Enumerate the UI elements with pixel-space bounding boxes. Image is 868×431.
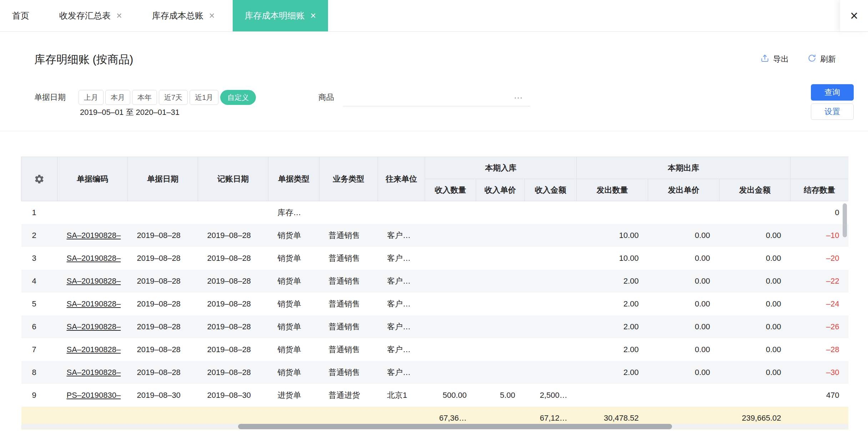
query-button[interactable]: 查询: [811, 84, 854, 101]
doc-code-link[interactable]: SA–20190828–: [67, 254, 121, 263]
quick-range-1[interactable]: 上月: [79, 90, 104, 105]
quick-range-4[interactable]: 近7天: [159, 90, 188, 105]
more-options-icon[interactable]: …: [514, 90, 524, 101]
cell-in-qty: [425, 361, 476, 384]
doc-code-link[interactable]: SA–20190828–: [67, 322, 121, 331]
cell-in-amount: [525, 293, 577, 315]
cell-doc-date: 2019–08–28: [128, 338, 198, 361]
cell-out-amount: 0.00: [720, 224, 791, 247]
tab-list: 首页收发存汇总表×库存成本总账×库存成本明细账×: [0, 0, 328, 31]
doc-code-link[interactable]: SA–20190828–: [67, 277, 121, 285]
cell-in-price: 5.00: [476, 384, 525, 407]
col-header-in-amount[interactable]: 收入金额: [525, 179, 577, 201]
cell-out-qty: [577, 201, 648, 224]
doc-code-link[interactable]: PS–20190830–: [67, 391, 121, 400]
table-row[interactable]: 6SA–20190828–2019–08–282019–08–28销货单普通销售…: [21, 315, 849, 338]
column-settings-button[interactable]: [21, 157, 57, 201]
cell-partner: 客户…: [378, 361, 425, 384]
tab-1[interactable]: 首页: [0, 0, 41, 31]
table-row[interactable]: 5SA–20190828–2019–08–282019–08–28销货单普通销售…: [21, 293, 849, 315]
cell-partner: 客户…: [378, 315, 425, 338]
vertical-scrollbar[interactable]: [843, 203, 847, 237]
cell-doc-type: 库存…: [268, 201, 319, 224]
tab-2[interactable]: 收发存汇总表×: [47, 0, 134, 31]
quick-range-3[interactable]: 本年: [132, 90, 157, 105]
horizontal-scrollbar[interactable]: [238, 424, 672, 429]
doc-code-link[interactable]: SA–20190828–: [67, 231, 121, 240]
tab-3[interactable]: 库存成本总账×: [140, 0, 227, 31]
cell-posting-date: 2019–08–28: [198, 315, 268, 338]
col-header-doc-type[interactable]: 单据类型: [268, 157, 319, 201]
tab-close-icon[interactable]: ×: [311, 11, 316, 21]
cell-out-qty: 2.00: [577, 315, 648, 338]
tab-close-icon[interactable]: ×: [116, 11, 122, 21]
cell-no: 2: [21, 224, 57, 247]
col-header-balance-qty[interactable]: 结存数量: [791, 179, 848, 201]
table-row[interactable]: 3SA–20190828–2019–08–282019–08–28销货单普通销售…: [21, 247, 849, 270]
refresh-button[interactable]: 刷新: [807, 54, 836, 65]
col-header-posting-date[interactable]: 记账日期: [198, 157, 268, 201]
tab-label: 首页: [12, 10, 29, 21]
table-row[interactable]: 4SA–20190828–2019–08–282019–08–28销货单普通销售…: [21, 270, 849, 293]
doc-code-link[interactable]: SA–20190828–: [67, 299, 121, 308]
cell-biz-type: 普通销售: [319, 338, 378, 361]
table-row[interactable]: 7SA–20190828–2019–08–282019–08–28销货单普通销售…: [21, 338, 849, 361]
cell-no: 1: [21, 201, 57, 224]
export-button[interactable]: 导出: [760, 54, 789, 65]
custom-range-button[interactable]: 自定义: [220, 90, 256, 105]
gear-icon: [34, 174, 45, 183]
col-header-partner[interactable]: 往来单位: [378, 157, 425, 201]
settings-button[interactable]: 设置: [811, 103, 854, 120]
table-row[interactable]: 9PS–20190830–2019–08–302019–08–30进货单普通进货…: [21, 384, 849, 407]
cell-posting-date: 2019–08–28: [198, 247, 268, 270]
cell-balance-qty: –28: [791, 338, 848, 361]
table-row[interactable]: 8SA–20190828–2019–08–282019–08–28销货单普通销售…: [21, 361, 849, 384]
table-row[interactable]: 2SA–20190828–2019–08–282019–08–28销货单普通销售…: [21, 224, 849, 247]
refresh-icon: [807, 54, 817, 65]
quick-range-5[interactable]: 近1月: [190, 90, 218, 105]
cell-in-qty: [425, 224, 476, 247]
col-header-out-qty[interactable]: 发出数量: [577, 179, 648, 201]
date-range-value[interactable]: 2019–05–01 至 2020–01–31: [80, 107, 180, 118]
doc-code-link[interactable]: SA–20190828–: [67, 368, 121, 377]
cell-doc-date: 2019–08–28: [128, 361, 198, 384]
table-row[interactable]: 1库存…0: [21, 201, 849, 224]
cell-biz-type: 普通销售: [319, 224, 378, 247]
cell-balance-qty: –10: [791, 224, 848, 247]
cell-in-price: [476, 338, 525, 361]
col-header-doc-code[interactable]: 单据编码: [57, 157, 128, 201]
doc-code-link[interactable]: SA–20190828–: [67, 345, 121, 354]
filter-divider: [0, 131, 868, 131]
col-header-doc-date[interactable]: 单据日期: [128, 157, 198, 201]
cell-balance-qty: 470: [791, 384, 848, 407]
cell-doc-date: [128, 201, 198, 224]
cell-in-qty: [425, 338, 476, 361]
close-all-icon[interactable]: ×: [840, 0, 868, 31]
cell-doc-code: SA–20190828–: [57, 315, 128, 338]
cell-doc-code: PS–20190830–: [57, 384, 128, 407]
cell-out-price: [648, 384, 720, 407]
horizontal-scrollbar-track: [21, 424, 848, 429]
cell-no: 4: [21, 270, 57, 293]
product-input[interactable]: …: [343, 89, 530, 106]
cell-in-qty: 500.00: [425, 384, 476, 407]
col-header-biz-type[interactable]: 业务类型: [319, 157, 378, 201]
col-header-in-qty[interactable]: 收入数量: [425, 179, 476, 201]
tab-label: 收发存汇总表: [59, 10, 111, 21]
col-header-in-price[interactable]: 收入单价: [476, 179, 525, 201]
cell-out-price: 0.00: [648, 361, 720, 384]
cell-doc-type: 销货单: [268, 315, 319, 338]
cell-doc-type: 销货单: [268, 224, 319, 247]
tab-4[interactable]: 库存成本明细账×: [233, 0, 328, 31]
tab-close-icon[interactable]: ×: [209, 11, 215, 21]
cell-posting-date: 2019–08–28: [198, 361, 268, 384]
cell-in-amount: [525, 338, 577, 361]
cell-out-amount: 0.00: [720, 270, 791, 293]
cell-no: 6: [21, 315, 57, 338]
quick-range-2[interactable]: 本月: [105, 90, 130, 105]
col-header-out-amount[interactable]: 发出金额: [720, 179, 791, 201]
col-header-out-price[interactable]: 发出单价: [648, 179, 720, 201]
cell-out-amount: 0.00: [720, 338, 791, 361]
cell-posting-date: 2019–08–28: [198, 224, 268, 247]
cell-doc-code: SA–20190828–: [57, 224, 128, 247]
